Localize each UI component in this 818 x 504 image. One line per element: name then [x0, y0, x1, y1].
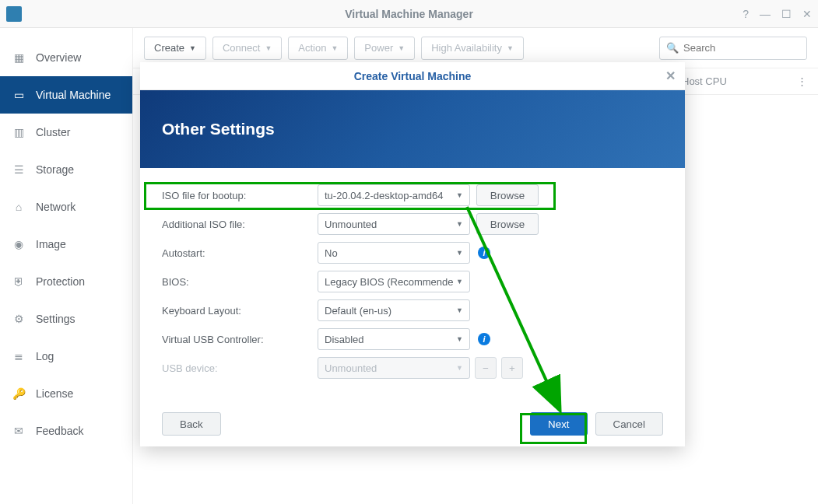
network-icon: ⌂ — [11, 199, 26, 215]
select-keyboard[interactable]: Default (en-us) ▼ — [318, 299, 470, 321]
field-iso-additional: Additional ISO file: Unmounted ▼ Browse — [162, 211, 663, 237]
browse-button-iso-bootup[interactable]: Browse — [476, 184, 539, 206]
field-iso-bootup: ISO file for bootup: tu-20.04.2-desktop-… — [162, 182, 663, 208]
chevron-down-icon: ▼ — [456, 249, 463, 257]
label-bios: BIOS: — [162, 276, 318, 288]
remove-usb-button: − — [475, 357, 497, 379]
sidebar-item-image[interactable]: ◉ Image — [0, 226, 132, 263]
action-button[interactable]: Action▼ — [288, 37, 348, 60]
dialog-title-bar: Create Virtual Machine ✕ — [140, 62, 685, 90]
field-autostart: Autostart: No ▼ i — [162, 240, 663, 266]
field-bios: BIOS: Legacy BIOS (Recommende ▼ — [162, 268, 663, 295]
sidebar-item-label: Overview — [36, 51, 81, 64]
chevron-down-icon: ▼ — [456, 364, 463, 372]
create-button[interactable]: Create▼ — [144, 37, 206, 60]
chevron-down-icon: ▼ — [456, 335, 463, 343]
browse-button-iso-additional[interactable]: Browse — [476, 213, 539, 235]
mail-icon: ✉ — [11, 423, 26, 439]
dialog-heading: Other Settings — [140, 90, 685, 168]
search-input[interactable] — [683, 42, 800, 54]
sidebar-item-log[interactable]: ≣ Log — [0, 338, 132, 375]
select-usb-controller[interactable]: Disabled ▼ — [318, 328, 470, 350]
sidebar-item-label: Log — [36, 350, 54, 362]
table-options-icon[interactable]: ⋮ — [797, 75, 807, 87]
sidebar-item-feedback[interactable]: ✉ Feedback — [0, 412, 132, 450]
sidebar-item-label: Virtual Machine — [36, 89, 111, 101]
sidebar-item-virtual-machine[interactable]: ▭ Virtual Machine — [0, 76, 132, 114]
sidebar-item-label: Feedback — [36, 425, 83, 437]
sidebar-item-label: Storage — [36, 163, 74, 176]
sidebar-item-label: Image — [36, 238, 66, 250]
app-title: Virtual Machine Manager — [0, 8, 818, 20]
high-availability-button[interactable]: High Availability▼ — [421, 37, 524, 60]
sidebar-item-protection[interactable]: ⛨ Protection — [0, 263, 132, 300]
chevron-down-icon: ▼ — [456, 306, 463, 314]
field-keyboard: Keyboard Layout: Default (en-us) ▼ — [162, 297, 663, 324]
sidebar-item-label: Network — [36, 201, 75, 213]
add-usb-button: + — [501, 357, 523, 379]
label-usb-device: USB device: — [162, 362, 318, 374]
label-autostart: Autostart: — [162, 247, 318, 259]
label-keyboard: Keyboard Layout: — [162, 305, 318, 317]
chevron-down-icon: ▼ — [507, 44, 514, 52]
storage-icon: ☰ — [11, 162, 26, 177]
close-window-icon[interactable]: ✕ — [802, 8, 812, 20]
gear-icon: ⚙ — [11, 311, 26, 327]
sidebar-item-settings[interactable]: ⚙ Settings — [0, 300, 132, 338]
log-icon: ≣ — [11, 348, 26, 364]
chevron-down-icon: ▼ — [265, 44, 272, 52]
label-iso-additional: Additional ISO file: — [162, 219, 318, 230]
power-button[interactable]: Power▼ — [354, 37, 415, 60]
field-usb-device: USB device: Unmounted ▼ − + — [162, 355, 663, 381]
chevron-down-icon: ▼ — [398, 44, 405, 52]
chevron-down-icon: ▼ — [456, 278, 463, 285]
info-icon[interactable]: i — [478, 333, 490, 345]
form-body: ISO file for bootup: tu-20.04.2-desktop-… — [140, 168, 685, 381]
sidebar-item-label: Cluster — [36, 126, 70, 138]
cancel-button[interactable]: Cancel — [595, 412, 664, 436]
overview-icon: ▦ — [11, 50, 26, 65]
search-icon: 🔍 — [666, 42, 679, 54]
select-usb-device: Unmounted ▼ — [318, 357, 470, 379]
dialog-footer: Back Next Cancel — [140, 401, 685, 446]
back-button[interactable]: Back — [162, 412, 221, 436]
sidebar-item-label: License — [36, 387, 73, 400]
sidebar-item-cluster[interactable]: ▥ Cluster — [0, 114, 132, 151]
chevron-down-icon: ▼ — [456, 220, 463, 228]
connect-button[interactable]: Connect▼ — [212, 37, 282, 60]
select-bios[interactable]: Legacy BIOS (Recommende ▼ — [318, 271, 470, 292]
table-col-host-cpu: Host CPU — [682, 75, 791, 87]
select-iso-bootup[interactable]: tu-20.04.2-desktop-amd64 ▼ — [318, 184, 470, 206]
image-icon: ◉ — [11, 236, 26, 252]
label-iso-bootup: ISO file for bootup: — [162, 190, 318, 201]
sidebar-item-label: Protection — [36, 275, 85, 288]
field-usb-controller: Virtual USB Controller: Disabled ▼ i — [162, 326, 663, 352]
cluster-icon: ▥ — [11, 124, 26, 140]
sidebar-item-license[interactable]: 🔑 License — [0, 375, 132, 412]
dialog-title: Create Virtual Machine — [354, 70, 472, 82]
label-usb-controller: Virtual USB Controller: — [162, 334, 318, 345]
key-icon: 🔑 — [11, 386, 26, 401]
sidebar-item-label: Settings — [36, 313, 75, 325]
minimize-icon[interactable]: — — [760, 8, 771, 20]
chevron-down-icon: ▼ — [189, 44, 196, 52]
sidebar-item-overview[interactable]: ▦ Overview — [0, 39, 132, 76]
sidebar: ▦ Overview ▭ Virtual Machine ▥ Cluster ☰… — [0, 28, 133, 504]
chevron-down-icon: ▼ — [456, 191, 463, 199]
create-vm-dialog: Create Virtual Machine ✕ Other Settings … — [140, 62, 685, 446]
help-icon[interactable]: ? — [743, 8, 749, 20]
protection-icon: ⛨ — [11, 274, 26, 289]
select-autostart[interactable]: No ▼ — [318, 242, 470, 264]
maximize-icon[interactable]: ☐ — [781, 8, 792, 20]
title-bar: Virtual Machine Manager ? — ☐ ✕ — [0, 0, 818, 28]
info-icon[interactable]: i — [478, 247, 490, 259]
sidebar-item-network[interactable]: ⌂ Network — [0, 188, 132, 226]
vm-icon: ▭ — [11, 87, 26, 103]
close-icon[interactable]: ✕ — [665, 68, 676, 83]
next-button[interactable]: Next — [530, 412, 587, 436]
search-field[interactable]: 🔍 — [659, 37, 807, 60]
sidebar-item-storage[interactable]: ☰ Storage — [0, 151, 132, 188]
select-iso-additional[interactable]: Unmounted ▼ — [318, 213, 470, 235]
chevron-down-icon: ▼ — [331, 44, 338, 52]
